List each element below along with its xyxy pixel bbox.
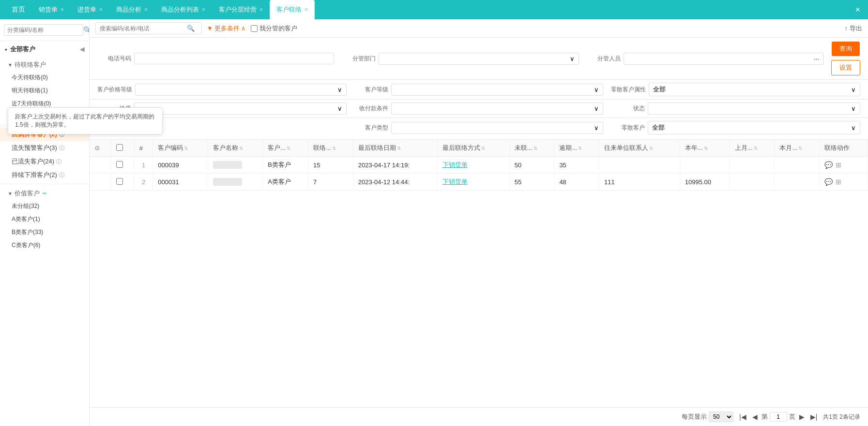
last-page-btn[interactable]: ▶|	[808, 413, 820, 421]
search-input[interactable]	[100, 25, 187, 32]
td-name-1	[208, 157, 262, 174]
comment-icon-1[interactable]: 💬	[824, 161, 833, 169]
td-overdue-1: 35	[554, 157, 599, 174]
td-contact-type-2[interactable]: 下销货单	[437, 174, 509, 191]
td-type-2: A类客户	[263, 174, 308, 191]
export-button[interactable]: ↑ 导出	[845, 24, 863, 33]
select-all-checkbox[interactable]	[116, 144, 123, 151]
th-gear[interactable]: ⚙	[90, 140, 111, 157]
info-icon-churn[interactable]: ⓘ	[59, 145, 64, 152]
customer-level-select[interactable]: ∨	[391, 84, 604, 96]
filter-more-button[interactable]: ▼ 更多条件 ∧	[207, 24, 246, 33]
th-this-year[interactable]: 本年...⇅	[680, 140, 730, 157]
sidebar-item-churn-warning[interactable]: 流失预警客户(3) ⓘ	[0, 141, 89, 155]
row-checkbox-1[interactable]	[116, 161, 123, 168]
next-page-btn[interactable]: ▶	[797, 413, 807, 421]
dept-select[interactable]: ∨	[379, 53, 579, 65]
phone-input[interactable]	[134, 53, 334, 64]
sidebar-collapse-btn[interactable]: ◀	[80, 46, 84, 53]
sidebar-group-value[interactable]: ▼ 价值客户 ✏	[0, 186, 89, 200]
sort-icon-uncontacted: ⇅	[533, 146, 537, 151]
sidebar-group-pending[interactable]: ▼ 待联络客户	[0, 58, 89, 71]
sidebar-item-churned[interactable]: 已流失客户(24) ⓘ	[0, 155, 89, 168]
nav-customer-tier[interactable]: 客户分层经营 ×	[212, 0, 270, 19]
scattered-attr-select[interactable]: 全部∨	[649, 83, 860, 96]
grid-icon-2[interactable]: ⊞	[836, 178, 841, 186]
nav-sales[interactable]: 销货单 ×	[32, 0, 71, 19]
nature-select[interactable]: ∨	[134, 103, 347, 115]
my-customers-check-input[interactable]	[251, 25, 258, 32]
th-last-contact-date[interactable]: 最后联络日期⇅	[353, 140, 437, 157]
sidebar-item-ungrouped[interactable]: 未分组(32)	[0, 200, 89, 213]
sidebar-all-customers[interactable]: ▪ 全部客户 ◀	[0, 41, 89, 58]
my-customers-checkbox[interactable]: 我分管的客户	[251, 24, 297, 33]
page-number-input[interactable]	[770, 412, 787, 422]
sidebar-item-today[interactable]: 今天待联络(0)	[0, 71, 89, 84]
comment-icon-2[interactable]: 💬	[824, 178, 833, 186]
nav-sales-close[interactable]: ×	[61, 6, 64, 13]
info-icon-declining[interactable]: ⓘ	[59, 172, 64, 179]
export-icon: ↑	[845, 25, 848, 32]
th-uncontacted[interactable]: 未联...⇅	[509, 140, 554, 157]
th-name[interactable]: 客户名称⇅	[208, 140, 262, 157]
nav-product-list[interactable]: 商品分析列表 ×	[154, 0, 212, 19]
filter-buttons: 查询 设置	[831, 42, 860, 75]
td-type-1: B类客户	[263, 157, 308, 174]
td-contact-type-1[interactable]: 下销货单	[437, 157, 509, 174]
sidebar-search-button[interactable]: 🔍	[83, 23, 90, 37]
sidebar-search-input[interactable]	[4, 24, 83, 36]
per-page-select[interactable]: 50 100 200	[709, 411, 733, 422]
sidebar-item-b-class[interactable]: B类客户(33)	[0, 226, 89, 239]
price-level-select[interactable]: ∨	[135, 84, 347, 96]
scattered-customer-select[interactable]: 全部∨	[648, 121, 860, 134]
nav-purchase[interactable]: 进货单 ×	[71, 0, 109, 19]
th-this-month[interactable]: 本月...⇅	[775, 140, 820, 157]
sidebar-item-c-class[interactable]: C类客户(6)	[0, 239, 89, 252]
payment-select[interactable]: ∨	[391, 103, 604, 115]
row-checkbox-2[interactable]	[116, 178, 123, 185]
search-icon[interactable]: 🔍	[187, 25, 195, 32]
sidebar-item-a-class[interactable]: A类客户(1)	[0, 213, 89, 226]
td-this-year-2: 10995.00	[680, 174, 730, 191]
th-last-contact-type[interactable]: 最后联络方式⇅	[437, 140, 509, 157]
gear-icon[interactable]: ⚙	[94, 145, 100, 152]
customer-type-select[interactable]: ∨	[391, 122, 604, 134]
nav-customer-contact-close[interactable]: ×	[305, 6, 308, 13]
contact-type-link-2[interactable]: 下销货单	[442, 178, 468, 185]
action-icons-1: 💬 ⊞	[824, 161, 863, 169]
nav-purchase-close[interactable]: ×	[99, 6, 103, 13]
td-uncontacted-1: 50	[509, 157, 554, 174]
nav-product-analysis[interactable]: 商品分析 ×	[109, 0, 154, 19]
sidebar-item-tomorrow[interactable]: 明天待联络(1)	[0, 84, 89, 97]
th-code[interactable]: 客户编码⇅	[153, 140, 208, 157]
customers-icon: ▪	[5, 46, 7, 53]
main-layout: 🔍 ▪ 全部客户 ◀ ▼ 待联络客户 今天待联络(0) 明天待联络(1) 近7天…	[0, 19, 868, 426]
query-button[interactable]: 查询	[832, 42, 860, 56]
contact-type-link-1[interactable]: 下销货单	[442, 161, 468, 168]
nav-customer-contact[interactable]: 客户联络 ×	[270, 0, 315, 19]
nav-product-list-close[interactable]: ×	[202, 6, 205, 13]
nav-product-analysis-close[interactable]: ×	[144, 6, 148, 13]
prev-page-btn[interactable]: ◀	[750, 413, 760, 421]
td-name-2	[208, 174, 262, 191]
th-overdue[interactable]: 逾期...⇅	[554, 140, 599, 157]
info-icon-churned[interactable]: ⓘ	[56, 158, 61, 165]
grid-icon-1[interactable]: ⊞	[836, 161, 841, 169]
status-select[interactable]: ∨	[648, 103, 860, 115]
sidebar: 🔍 ▪ 全部客户 ◀ ▼ 待联络客户 今天待联络(0) 明天待联络(1) 近7天…	[0, 19, 90, 426]
th-company-contact[interactable]: 往来单位联系人⇅	[599, 140, 680, 157]
set-button[interactable]: 设置	[831, 60, 860, 75]
td-uncontacted-2: 55	[509, 174, 554, 191]
sidebar-item-declining[interactable]: 持续下滑客户(2) ⓘ	[0, 168, 89, 182]
nav-home[interactable]: 首页	[5, 0, 32, 19]
person-select[interactable]: ···	[624, 53, 823, 65]
close-all-tabs[interactable]: ×	[855, 5, 860, 15]
nav-customer-tier-close[interactable]: ×	[259, 6, 263, 13]
th-last-month[interactable]: 上月...⇅	[730, 140, 775, 157]
edit-group-icon[interactable]: ✏	[43, 191, 47, 197]
sort-icon-lmonth: ⇅	[754, 146, 758, 151]
data-table: ⚙ # 客户编码⇅ 客户名称⇅ 客户...⇅ 联络...⇅ 最后联络日期⇅ 最后…	[90, 140, 868, 191]
th-contact-days[interactable]: 联络...⇅	[308, 140, 353, 157]
first-page-btn[interactable]: |◀	[737, 413, 748, 421]
th-type[interactable]: 客户...⇅	[263, 140, 308, 157]
